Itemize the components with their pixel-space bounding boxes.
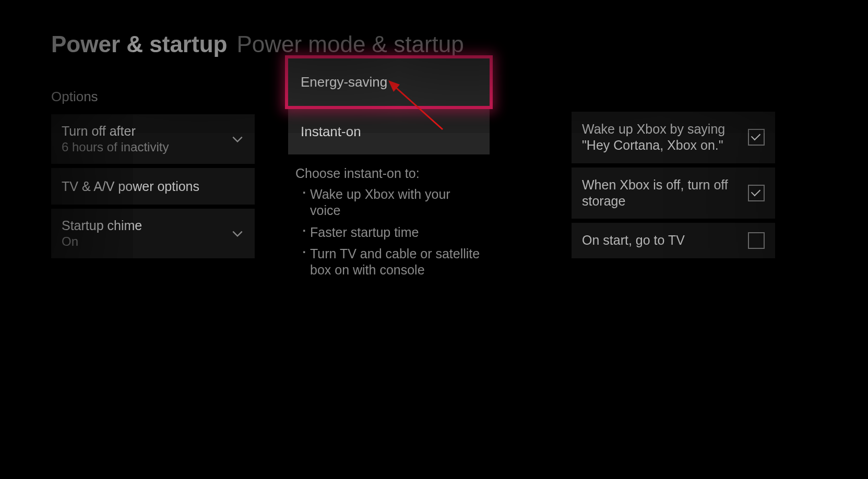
startup-chime-option[interactable]: Startup chime On: [51, 209, 255, 258]
option-label: TV & A/V power options: [62, 179, 199, 194]
checkbox-label: When Xbox is off, turn off storage: [582, 177, 740, 210]
power-mode-energy-saving[interactable]: Energy-saving: [288, 58, 490, 106]
checkbox-column: Wake up Xbox by saying "Hey Cortana, Xbo…: [572, 89, 775, 283]
wake-xbox-cortana-toggle[interactable]: Wake up Xbox by saying "Hey Cortana, Xbo…: [572, 112, 775, 163]
power-startup-page: Power & startup Power mode & startup Opt…: [0, 0, 868, 479]
tv-av-power-option[interactable]: TV & A/V power options: [51, 168, 255, 205]
description-bullet: Faster startup time: [303, 224, 482, 241]
power-mode-instant-on[interactable]: Instant-on: [288, 109, 490, 154]
power-mode-column: Energy-saving Instant-on Choose instant-…: [288, 58, 490, 283]
turn-off-storage-toggle[interactable]: When Xbox is off, turn off storage: [572, 167, 775, 219]
breadcrumb: Power & startup Power mode & startup: [51, 31, 817, 57]
option-value: On: [62, 234, 142, 249]
checkbox-icon: [748, 232, 765, 249]
chevron-down-icon: [231, 227, 244, 241]
power-mode-label: Energy-saving: [301, 74, 387, 90]
checkbox-icon: [748, 185, 765, 201]
option-label: Startup chime: [62, 218, 142, 233]
checkbox-label: Wake up Xbox by saying "Hey Cortana, Xbo…: [582, 121, 740, 154]
description-heading: Choose instant-on to:: [295, 166, 482, 181]
option-label: Turn off after: [62, 124, 169, 139]
power-mode-label: Instant-on: [301, 124, 361, 139]
breadcrumb-parent[interactable]: Power & startup: [51, 31, 227, 57]
checkbox-label: On start, go to TV: [582, 232, 740, 248]
turn-off-after-option[interactable]: Turn off after 6 hours of inactivity: [51, 114, 255, 164]
chevron-down-icon: [231, 133, 244, 146]
breadcrumb-current: Power mode & startup: [236, 31, 463, 57]
description-bullet: Turn TV and cable or satellite box on wi…: [303, 246, 482, 279]
checkbox-icon: [748, 129, 765, 146]
option-value: 6 hours of inactivity: [62, 140, 169, 154]
options-column: Options Turn off after 6 hours of inacti…: [51, 89, 255, 283]
on-start-go-to-tv-toggle[interactable]: On start, go to TV: [572, 223, 775, 258]
instant-on-description: Choose instant-on to: Wake up Xbox with …: [288, 166, 490, 278]
options-heading: Options: [51, 89, 255, 105]
annotation-highlight-box: Energy-saving: [285, 55, 493, 109]
description-bullet: Wake up Xbox with your voice: [303, 186, 482, 219]
